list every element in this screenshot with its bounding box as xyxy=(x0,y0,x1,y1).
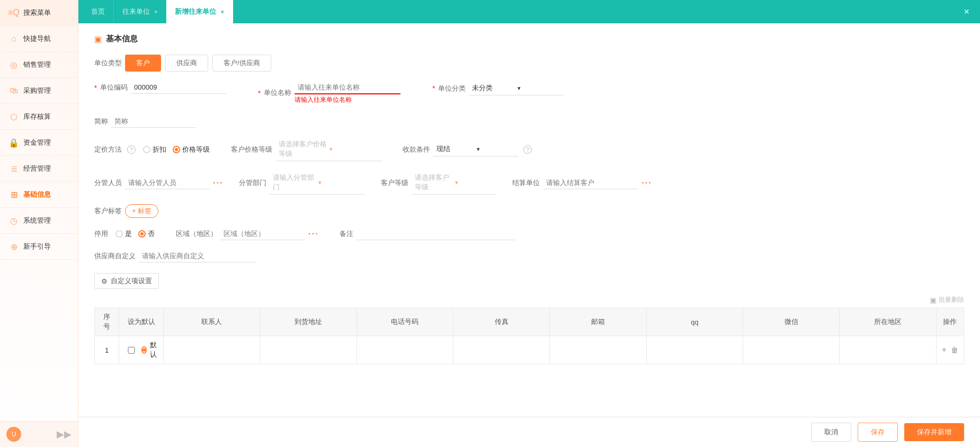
payment-terms-group: 收款条件 现结 ▾ ? xyxy=(403,142,532,156)
customer-level-placeholder: 请选择客户等级 xyxy=(415,173,453,192)
department-placeholder: 请输入分管部门 xyxy=(273,173,316,192)
row-checkbox[interactable] xyxy=(124,347,138,354)
td-address xyxy=(260,336,357,364)
section-header: ▣ 基本信息 xyxy=(94,34,964,44)
contact-input[interactable] xyxy=(169,346,254,354)
supervisor-more-btn[interactable]: ··· xyxy=(213,178,223,188)
payment-terms-select[interactable]: 现结 ▾ xyxy=(433,142,518,156)
department-select[interactable]: 请输入分管部门 ▾ xyxy=(270,171,365,195)
sidebar-item-inventory[interactable]: ⬡ 库存核算 xyxy=(0,104,78,130)
basic-info-icon: ⊞ xyxy=(8,189,19,200)
sidebar-item-operations[interactable]: ≣ 经营管理 xyxy=(0,156,78,182)
phone-input[interactable] xyxy=(362,346,448,354)
email-input[interactable] xyxy=(555,346,640,354)
unit-name-input[interactable] xyxy=(295,81,400,94)
td-seq: 1 xyxy=(95,336,119,364)
payment-terms-value: 现结 xyxy=(436,144,475,154)
row-default-radio[interactable]: 默认 xyxy=(141,340,158,360)
supplier-custom-input[interactable] xyxy=(139,250,255,262)
pricing-label: 定价方法 xyxy=(94,145,122,154)
payment-terms-chev: ▾ xyxy=(477,146,515,153)
btn-both[interactable]: 客户/供应商 xyxy=(212,55,271,72)
th-address: 到货地址 xyxy=(260,308,357,336)
fax-input[interactable] xyxy=(459,346,544,354)
supervisor-input[interactable] xyxy=(125,177,210,189)
sidebar-item-label: 销售管理 xyxy=(23,60,51,69)
department-label: 分管部门 xyxy=(239,178,266,188)
radio-no[interactable]: 否 xyxy=(138,229,155,239)
tab-new-partner-close[interactable]: × xyxy=(220,8,224,15)
radio-yes-circle xyxy=(115,230,123,238)
settlement-unit-group: 结算单位 ··· xyxy=(512,177,652,189)
address-input[interactable] xyxy=(265,346,351,354)
region-input[interactable] xyxy=(220,227,305,240)
row-disable-region: 停用 是 否 区域（地区） ··· 备注 xyxy=(94,227,964,240)
save-button[interactable]: 保存 xyxy=(858,423,898,442)
abbr-input[interactable] xyxy=(111,115,196,128)
unit-category-select[interactable]: 未分类 ▾ xyxy=(469,81,564,95)
radio-yes[interactable]: 是 xyxy=(115,229,132,239)
sidebar-bottom: U ▶▶ xyxy=(0,421,78,447)
payment-help-icon[interactable]: ? xyxy=(523,145,532,154)
unit-name-label: 单位名称 xyxy=(264,88,291,98)
section-title: 基本信息 xyxy=(106,34,138,44)
cancel-button[interactable]: 取消 xyxy=(811,423,851,442)
search-menu-icon: ≡Q xyxy=(8,7,19,18)
unit-code-label: 单位编码 xyxy=(100,83,128,92)
customer-level-select[interactable]: 请选择客户等级 ▾ xyxy=(412,171,496,195)
sidebar-item-search[interactable]: ≡Q 搜索菜单 xyxy=(0,0,78,26)
settlement-more-btn[interactable]: ··· xyxy=(642,178,652,188)
wechat-input[interactable] xyxy=(749,346,834,354)
region-more-btn[interactable]: ··· xyxy=(308,229,318,239)
btn-supplier[interactable]: 供应商 xyxy=(165,55,208,72)
batch-delete-label[interactable]: 批量删除 xyxy=(939,295,964,304)
customer-tag-group: 客户标签 + 标签 xyxy=(94,204,158,218)
pricing-help-icon[interactable]: ? xyxy=(127,145,136,154)
region-table-input[interactable] xyxy=(845,346,930,354)
tab-new-partner-label: 新增往来单位 xyxy=(175,7,216,16)
radio-discount[interactable]: 折扣 xyxy=(143,145,166,154)
unit-type-buttons: 客户 供应商 客户/供应商 xyxy=(125,55,271,72)
required-mark2: * xyxy=(258,89,261,97)
btn-customer[interactable]: 客户 xyxy=(125,55,161,72)
sidebar-item-sales[interactable]: ◎ 销售管理 xyxy=(0,52,78,78)
save-new-button[interactable]: 保存并新增 xyxy=(904,423,964,441)
row-supervisor: 分管人员 ··· 分管部门 请输入分管部门 ▾ 客户等级 请选择客户等级 ▾ 结… xyxy=(94,171,964,195)
supervisor-label: 分管人员 xyxy=(94,178,122,188)
customer-price-level-select[interactable]: 请选择客户价格等级 ▾ xyxy=(275,137,381,161)
window-close-icon[interactable]: × xyxy=(957,6,976,17)
sidebar-item-purchase[interactable]: 🛍 采购管理 xyxy=(0,78,78,104)
supplier-custom-group: 供应商自定义 xyxy=(94,250,255,262)
tab-partners-close[interactable]: × xyxy=(154,8,157,15)
sidebar-item-quick-nav[interactable]: ⌂ 快捷导航 xyxy=(0,26,78,52)
qq-input[interactable] xyxy=(652,346,737,354)
tab-partners[interactable]: 往来单位 × xyxy=(114,0,166,23)
td-phone xyxy=(357,336,453,364)
td-fax xyxy=(453,336,549,364)
unit-name-wrap: 请输入往来单位名称 xyxy=(295,81,400,104)
custom-settings-btn[interactable]: ⚙ 自定义项设置 xyxy=(94,273,159,289)
contact-table: 序号 设为默认 联系人 到货地址 电话号码 传真 邮箱 qq 微信 所在地区 操… xyxy=(94,308,964,364)
sidebar-item-guide[interactable]: ⊕ 新手引导 xyxy=(0,234,78,260)
unit-code-input[interactable] xyxy=(131,81,226,94)
content-area: ▣ 基本信息 单位类型 客户 供应商 客户/供应商 * 单位编码 * xyxy=(78,23,980,417)
sidebar-item-label: 基础信息 xyxy=(23,190,51,199)
tab-home[interactable]: 首页 xyxy=(83,0,114,23)
sidebar-item-finance[interactable]: 🔒 资金管理 xyxy=(0,130,78,156)
sidebar-item-system[interactable]: ◷ 系统管理 xyxy=(0,208,78,234)
sidebar-item-basic-info[interactable]: ⊞ 基础信息 xyxy=(0,182,78,208)
settlement-unit-input[interactable] xyxy=(543,177,638,189)
add-tag-btn[interactable]: + 标签 xyxy=(125,204,158,218)
remark-input[interactable] xyxy=(357,227,515,240)
finance-icon: 🔒 xyxy=(8,137,19,148)
row-add-icon[interactable]: + xyxy=(942,345,947,355)
sidebar-extra-icon: ▶▶ xyxy=(57,428,72,440)
tab-new-partner[interactable]: 新增往来单位 × xyxy=(166,0,233,23)
radio-discount-label: 折扣 xyxy=(153,145,166,154)
row-delete-icon[interactable]: 🗑 xyxy=(951,346,958,354)
purchase-icon: 🛍 xyxy=(8,85,19,96)
customer-tag-label: 客户标签 xyxy=(94,206,122,216)
th-contact: 联系人 xyxy=(163,308,260,336)
operations-icon: ≣ xyxy=(8,163,19,174)
radio-price-level[interactable]: 价格等级 xyxy=(173,145,210,154)
